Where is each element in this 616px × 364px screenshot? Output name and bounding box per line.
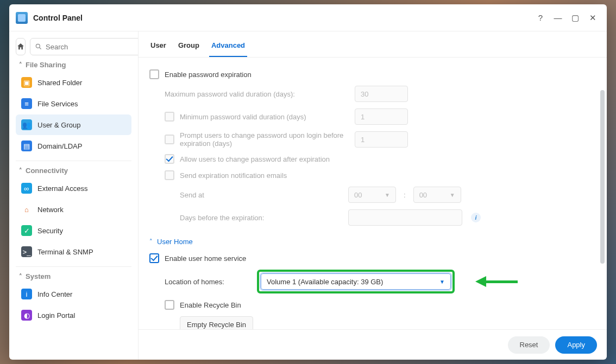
annotation-arrow bbox=[469, 277, 518, 286]
chevron-up-icon: ˄ bbox=[19, 61, 22, 68]
search-icon bbox=[35, 43, 42, 50]
sidebar-item-network[interactable]: ⌂Network bbox=[16, 199, 131, 220]
folder-icon: ▣ bbox=[21, 77, 32, 88]
minimize-icon[interactable]: — bbox=[550, 10, 565, 25]
sidebar-item-domain-ldap[interactable]: ▤Domain/LDAP bbox=[16, 136, 131, 156]
select-send-min: 00▼ bbox=[413, 187, 461, 203]
svg-line-1 bbox=[40, 48, 41, 49]
checkbox-enable-user-home[interactable] bbox=[149, 253, 159, 263]
info-icon: i bbox=[21, 289, 32, 299]
sidebar-item-security[interactable]: ✓Security bbox=[16, 220, 131, 241]
input-days-before bbox=[348, 209, 462, 226]
svg-point-0 bbox=[36, 44, 40, 48]
select-send-hour: 00▼ bbox=[348, 187, 396, 203]
input-max-duration: 30 bbox=[355, 86, 408, 102]
chevron-down-icon: ▼ bbox=[385, 192, 390, 198]
label-enable-recycle: Enable Recycle Bin bbox=[180, 301, 241, 309]
section-user-home[interactable]: ˄User Home bbox=[149, 238, 596, 246]
link-icon: ∞ bbox=[21, 183, 32, 194]
terminal-icon: >_ bbox=[21, 246, 32, 257]
select-location-homes[interactable]: Volume 1 (Available capacity: 39 GB) ▼ bbox=[261, 273, 451, 290]
input-min-duration: 1 bbox=[355, 108, 408, 125]
tab-group[interactable]: Group bbox=[176, 38, 202, 57]
chevron-up-icon: ˄ bbox=[19, 273, 22, 280]
search-field[interactable] bbox=[46, 43, 137, 51]
checkbox-allow-change bbox=[165, 154, 174, 164]
checkbox-enable-expiration[interactable] bbox=[149, 69, 159, 79]
content-area: Enable password expiration Maximum passw… bbox=[139, 58, 607, 329]
label-min-duration: Minimum password valid duration (days) bbox=[180, 113, 349, 121]
checkbox-min-duration bbox=[165, 112, 174, 122]
checkbox-send-notif bbox=[165, 170, 174, 180]
network-icon: ⌂ bbox=[21, 204, 32, 215]
label-max-duration: Maximum password valid duration (days): bbox=[165, 90, 349, 98]
label-days-before: Days before the expiration: bbox=[180, 214, 343, 222]
input-prompt-change: 1 bbox=[355, 131, 408, 148]
window: Control Panel ? — ▢ ✕ ˄File Sharing ▣Sha… bbox=[9, 4, 607, 360]
checkbox-enable-recycle[interactable] bbox=[165, 300, 174, 310]
portal-icon: ◐ bbox=[21, 310, 32, 321]
sidebar-item-login-portal[interactable]: ◐Login Portal bbox=[16, 305, 131, 325]
shield-icon: ✓ bbox=[21, 225, 32, 236]
maximize-icon[interactable]: ▢ bbox=[568, 10, 583, 25]
section-connectivity[interactable]: ˄Connectivity bbox=[19, 167, 128, 175]
apply-button[interactable]: Apply bbox=[555, 336, 597, 354]
sidebar-item-terminal-snmp[interactable]: >_Terminal & SNMP bbox=[16, 241, 131, 262]
app-icon bbox=[16, 12, 28, 24]
sidebar-item-file-services[interactable]: ≡File Services bbox=[16, 93, 131, 114]
label-location: Location of homes: bbox=[165, 278, 246, 286]
sidebar-item-shared-folder[interactable]: ▣Shared Folder bbox=[16, 72, 131, 93]
chevron-up-icon: ˄ bbox=[19, 167, 22, 174]
book-icon: ▤ bbox=[21, 141, 32, 151]
main-panel: User Group Advanced Enable password expi… bbox=[139, 31, 607, 360]
label-send-notif: Send expiration notification emails bbox=[180, 171, 287, 180]
title-bar: Control Panel ? — ▢ ✕ bbox=[9, 4, 607, 31]
home-icon bbox=[16, 42, 25, 51]
app-title: Control Panel bbox=[33, 14, 83, 22]
label-send-at: Send at bbox=[180, 191, 343, 199]
highlight-box: Volume 1 (Available capacity: 39 GB) ▼ bbox=[257, 270, 455, 293]
sidebar-item-external-access[interactable]: ∞External Access bbox=[16, 178, 131, 199]
tab-bar: User Group Advanced bbox=[139, 31, 607, 58]
reset-button[interactable]: Reset bbox=[508, 336, 550, 354]
label-enable-user-home: Enable user home service bbox=[165, 254, 246, 263]
chevron-down-icon: ▼ bbox=[450, 192, 455, 198]
label-allow-change: Allow users to change password after exp… bbox=[180, 155, 330, 163]
file-icon: ≡ bbox=[21, 98, 32, 109]
home-button[interactable] bbox=[16, 38, 26, 55]
button-empty-recycle[interactable]: Empty Recycle Bin bbox=[180, 316, 253, 329]
chevron-down-icon: ▼ bbox=[439, 279, 445, 285]
sidebar-item-user-group[interactable]: 👥User & Group bbox=[16, 114, 131, 135]
label-enable-expiration: Enable password expiration bbox=[165, 71, 252, 79]
sidebar: ˄File Sharing ▣Shared Folder ≡File Servi… bbox=[9, 31, 139, 360]
label-prompt-change: Prompt users to change password upon log… bbox=[180, 131, 349, 148]
chevron-up-icon: ˄ bbox=[149, 238, 153, 245]
sidebar-item-info-center[interactable]: iInfo Center bbox=[16, 284, 131, 304]
tab-user[interactable]: User bbox=[148, 38, 168, 57]
search-input[interactable] bbox=[30, 38, 139, 55]
users-icon: 👥 bbox=[21, 119, 32, 130]
footer: Reset Apply bbox=[139, 329, 607, 360]
checkbox-prompt-change bbox=[165, 135, 174, 144]
section-file-sharing[interactable]: ˄File Sharing bbox=[19, 61, 128, 69]
help-icon[interactable]: ? bbox=[533, 10, 548, 25]
close-icon[interactable]: ✕ bbox=[585, 10, 600, 25]
tab-advanced[interactable]: Advanced bbox=[209, 38, 247, 57]
section-system[interactable]: ˄System bbox=[19, 272, 128, 280]
info-icon[interactable]: i bbox=[471, 213, 481, 222]
